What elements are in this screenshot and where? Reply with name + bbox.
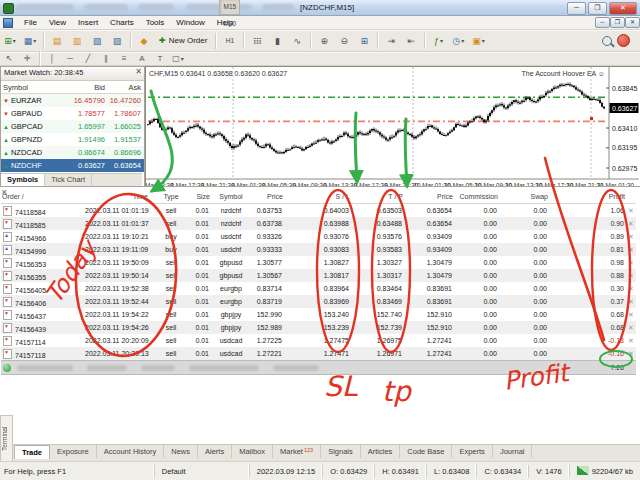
terminal-tab-exposure[interactable]: Exposure bbox=[50, 445, 97, 458]
restore-button[interactable]: ❐ bbox=[588, 2, 607, 15]
zoom-out-button[interactable]: ⊖ bbox=[335, 32, 353, 50]
trade-row-74156355[interactable]: 741563552022.03.11 19:50:14sell0.01gbpus… bbox=[1, 269, 636, 282]
auto-scroll-button[interactable]: ⇥ bbox=[382, 32, 400, 50]
chart-shift-button[interactable]: ⇤ bbox=[402, 32, 420, 50]
candlestick-mode-button[interactable]: ▮ bbox=[268, 32, 286, 50]
menu-charts[interactable]: Charts bbox=[104, 18, 140, 27]
trade-row-74156437[interactable]: 741564372022.03.11 19:54:22sell0.01gbpjp… bbox=[1, 308, 636, 321]
menu-view[interactable]: View bbox=[43, 18, 72, 27]
shapes-tool[interactable]: ▢▾ bbox=[170, 52, 186, 65]
terminal-tab-trade[interactable]: Trade bbox=[14, 445, 50, 459]
channel-tool[interactable]: ∥ bbox=[98, 52, 114, 65]
column-header-swap[interactable]: Swap bbox=[499, 189, 549, 204]
column-header-size[interactable]: Size bbox=[193, 189, 211, 204]
fibonacci-tool[interactable]: ≡ bbox=[116, 52, 132, 65]
market-watch-row-nzdcad[interactable]: ▲NZDCAD0.866740.86696 bbox=[1, 146, 144, 159]
close-position-icon[interactable]: ✕ bbox=[626, 295, 636, 308]
market-watch-toggle[interactable]: ▤ bbox=[48, 32, 66, 50]
column-header-profit[interactable]: Profit bbox=[549, 189, 626, 204]
close-position-icon[interactable]: ✕ bbox=[626, 347, 636, 361]
tile-windows-button[interactable]: ⊞ bbox=[355, 32, 373, 50]
close-position-icon[interactable]: ✕ bbox=[626, 256, 636, 269]
close-position-icon[interactable]: ✕ bbox=[626, 204, 636, 218]
status-profile[interactable]: Default bbox=[154, 465, 249, 478]
label-tool[interactable]: T bbox=[152, 52, 168, 65]
terminal-tab-alerts[interactable]: Alerts bbox=[198, 445, 232, 458]
column-header-tp[interactable]: T / P bbox=[351, 189, 404, 204]
market-watch-row-gbpcad[interactable]: ▲GBPCAD1.659971.66025 bbox=[1, 120, 144, 133]
bar-chart-mode-button[interactable]: 𝍖 bbox=[248, 32, 266, 50]
indicators-button[interactable]: ƒ▾ bbox=[429, 32, 447, 50]
terminal-tab-news[interactable]: News bbox=[164, 445, 198, 458]
column-header-symbol[interactable]: Symbol bbox=[211, 189, 251, 204]
close-position-icon[interactable]: ✕ bbox=[626, 217, 636, 230]
close-position-icon[interactable]: ✕ bbox=[626, 243, 636, 256]
terminal-tab-journal[interactable]: Journal bbox=[493, 445, 533, 458]
horizontal-line-tool[interactable]: ─ bbox=[62, 52, 78, 65]
trade-row-74154966[interactable]: 741549662022.03.11 19:10:21buy0.01usdchf… bbox=[1, 230, 636, 243]
child-restore-button[interactable]: ❐ bbox=[610, 17, 625, 28]
market-watch-row-gbpaud[interactable]: ▼GBPAUD1.785771.78607 bbox=[1, 107, 144, 120]
menu-insert[interactable]: Insert bbox=[72, 18, 104, 27]
market-watch-row-nzdchf[interactable]: ▲NZDCHF0.636270.63654 bbox=[1, 159, 144, 172]
trade-row-74156406[interactable]: 741564062022.03.11 19:52:44sell0.01eurgb… bbox=[1, 295, 636, 308]
menu-tools[interactable]: Tools bbox=[140, 18, 171, 27]
market-watch-row-eurzar[interactable]: ▼EURZAR16.4579016.47260 bbox=[1, 94, 144, 107]
trade-row-74157118[interactable]: 741571182022.03.11 20:20:13sell0.01usdca… bbox=[1, 347, 636, 361]
trendline-tool[interactable]: ╱ bbox=[80, 52, 96, 65]
column-header-type[interactable]: Type bbox=[149, 189, 193, 204]
market-watch-close-icon[interactable]: ✕ bbox=[135, 67, 142, 76]
close-position-icon[interactable]: ✕ bbox=[626, 230, 636, 243]
menu-file[interactable]: File bbox=[18, 18, 43, 27]
timeframe-h1-button[interactable]: H1 bbox=[219, 32, 240, 49]
search-icon[interactable] bbox=[602, 36, 612, 46]
periods-button[interactable]: ◷▾ bbox=[449, 32, 467, 50]
trade-row-74154996[interactable]: 741549962022.03.11 19:11:09buy0.01usdchf… bbox=[1, 243, 636, 256]
child-minimize-button[interactable]: ─ bbox=[595, 17, 610, 28]
line-chart-mode-button[interactable]: ∿ bbox=[288, 32, 306, 50]
terminal-side-tab[interactable]: Terminal bbox=[0, 415, 13, 463]
chart-window[interactable]: 0.638450.634100.631950.629750.636278 Mar… bbox=[145, 66, 640, 192]
column-header-sl[interactable]: S / L bbox=[284, 189, 351, 204]
navigator-toggle[interactable]: ▧ bbox=[88, 32, 106, 50]
close-position-icon[interactable]: ✕ bbox=[626, 282, 636, 295]
trade-row-74156405[interactable]: 741564052022.03.11 19:52:38sell0.01eurgb… bbox=[1, 282, 636, 295]
new-order-button[interactable]: ✚ New Order bbox=[154, 32, 212, 50]
column-header-order[interactable]: Order / bbox=[1, 189, 83, 204]
close-button[interactable]: ✕ bbox=[609, 2, 637, 15]
trade-row-74156353[interactable]: 741563532022.03.11 19:50:09sell0.01gbpus… bbox=[1, 256, 636, 269]
terminal-tab-experts[interactable]: Experts bbox=[452, 445, 492, 458]
close-position-icon[interactable]: ✕ bbox=[626, 321, 636, 334]
metaeditor-button[interactable]: ◆ bbox=[135, 32, 153, 50]
close-position-icon[interactable]: ✕ bbox=[626, 308, 636, 321]
trade-row-74118585[interactable]: 741185852022.03.11 01:01:37sell0.01nzdch… bbox=[1, 217, 636, 230]
child-close-button[interactable]: ✕ bbox=[625, 17, 640, 28]
minimize-button[interactable]: ─ bbox=[567, 2, 586, 15]
terminal-tab-account-history[interactable]: Account History bbox=[97, 445, 165, 458]
close-position-icon[interactable]: ✕ bbox=[626, 334, 636, 347]
timeframe-m15-button[interactable]: M15 bbox=[219, 0, 240, 15]
zoom-in-button[interactable]: ⊕ bbox=[315, 32, 333, 50]
column-header-commission[interactable]: Commission bbox=[454, 189, 499, 204]
cursor-tool[interactable]: ↖ bbox=[1, 52, 17, 65]
templates-button[interactable]: ▣▾ bbox=[469, 32, 487, 50]
terminal-tab-articles[interactable]: Articles bbox=[361, 445, 401, 458]
vertical-line-tool[interactable]: │ bbox=[44, 52, 60, 65]
trade-row-74157114[interactable]: 741571142022.03.11 20:20:09sell0.01usdca… bbox=[1, 334, 636, 347]
terminal-tab-code-base[interactable]: Code Base bbox=[400, 445, 452, 458]
terminal-tab-market[interactable]: Market123 bbox=[273, 445, 321, 458]
market-watch-row-gbpnzd[interactable]: ▲GBPNZD1.914961.91537 bbox=[1, 133, 144, 146]
menu-window[interactable]: Window bbox=[170, 18, 210, 27]
text-tool[interactable]: A bbox=[134, 52, 150, 65]
terminal-tab-signals[interactable]: Signals bbox=[321, 445, 361, 458]
close-position-icon[interactable]: ✕ bbox=[626, 269, 636, 282]
terminal-toggle[interactable]: ▨ bbox=[108, 32, 126, 50]
column-header-price[interactable]: Price bbox=[404, 189, 454, 204]
notification-badge-icon[interactable] bbox=[617, 34, 630, 47]
trade-row-74118584[interactable]: 741185842022.03.11 01:01:19sell0.01nzdch… bbox=[1, 204, 636, 218]
column-header-price[interactable]: Price bbox=[251, 189, 284, 204]
terminal-tab-mailbox[interactable]: Mailbox bbox=[232, 445, 273, 458]
data-window-toggle[interactable]: ▥ bbox=[68, 32, 86, 50]
new-chart-button[interactable]: ⊞▾ bbox=[1, 32, 19, 50]
trade-row-74156439[interactable]: 741564392022.03.11 19:54:26sell0.01gbpjp… bbox=[1, 321, 636, 334]
